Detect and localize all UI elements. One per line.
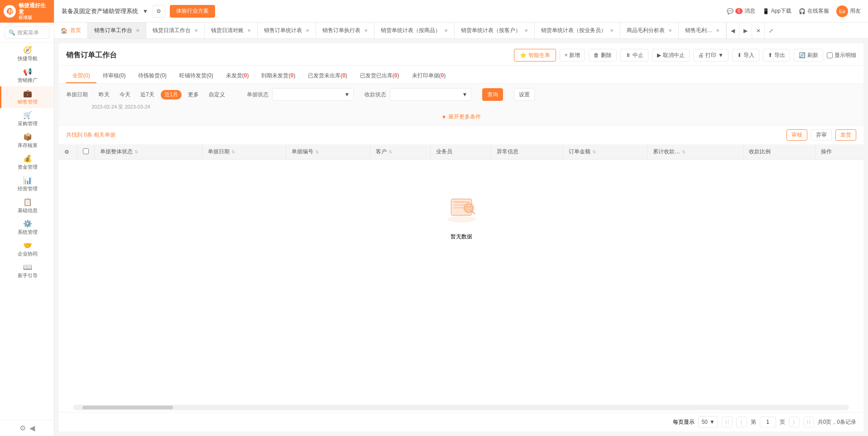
sub-tab-pending-audit[interactable]: 待审核(0) <box>96 69 132 83</box>
topbar-settings-button[interactable]: ⚙ <box>153 5 165 18</box>
deliver-button[interactable]: 发货 <box>835 129 856 141</box>
filter-settings-button[interactable]: 设置 <box>514 88 535 101</box>
th-salesman: 业务员 <box>431 144 491 160</box>
tab-sales-stats-close[interactable]: ✕ <box>306 28 309 33</box>
tab-daily-clear-close[interactable]: ✕ <box>194 28 198 33</box>
tab-shipment-by-product[interactable]: 销货单统计表（按商品） ✕ <box>374 23 455 39</box>
sidebar-item-inventory[interactable]: 📦 库存核算 <box>0 130 54 152</box>
sub-tab-overdue-unshipped[interactable]: 到期未发货(0) <box>255 69 302 83</box>
sort-number[interactable]: 单据编号 ⇅ <box>292 148 364 156</box>
tab-sales-gross[interactable]: 销售毛利… ✕ <box>679 23 726 39</box>
tab-gross-profit[interactable]: 商品毛利分析表 ✕ <box>620 23 679 39</box>
suspend-button[interactable]: ⏸ 中止 <box>620 49 648 62</box>
sidebar-item-finance[interactable]: 💰 资金管理 <box>0 152 54 173</box>
sub-tab-shipped-out[interactable]: 已发货已出库(0) <box>354 69 406 83</box>
tab-shipment-by-salesman[interactable]: 销货单统计表（按业务员） ✕ <box>535 23 620 39</box>
industry-solution-button[interactable]: 体验行业方案 <box>170 5 215 18</box>
tab-sales-stats[interactable]: 销售订单统计表 ✕ <box>258 23 316 39</box>
system-dropdown[interactable]: ▼ <box>143 8 148 14</box>
tab-sales-exec-close[interactable]: ✕ <box>364 28 368 33</box>
shortcut-custom[interactable]: 自定义 <box>205 90 229 100</box>
import-button[interactable]: ⬇ 导入 <box>732 49 759 62</box>
per-page-select[interactable]: 50 ▼ <box>698 416 718 428</box>
query-button[interactable]: 查询 <box>482 88 503 101</box>
sort-order-amount[interactable]: 订单金额 ⇅ <box>569 148 642 156</box>
sort-status[interactable]: 单据整体状态 ⇅ <box>100 148 197 156</box>
shortcut-today[interactable]: 今天 <box>116 90 134 100</box>
sidebar-collapse-icon[interactable]: ◀ <box>29 424 35 432</box>
horizontal-scrollbar[interactable] <box>73 405 849 410</box>
tab-shipment-product-close[interactable]: ✕ <box>444 28 448 33</box>
tab-sales-order-workbench[interactable]: 销售订单工作台 ✕ <box>88 23 146 39</box>
search-menu-button[interactable]: 🔍 搜索菜单 <box>5 26 49 39</box>
sub-tab-unshipped[interactable]: 未发货(0) <box>220 69 255 83</box>
new-button[interactable]: + 新增 <box>560 49 585 62</box>
tab-daily-reconcile-close[interactable]: ✕ <box>247 28 251 33</box>
sidebar-item-system[interactable]: ⚙️ 系统管理 <box>0 217 54 238</box>
tab-daily-reconcile[interactable]: 钱货日清对账 ✕ <box>205 23 258 39</box>
sort-date[interactable]: 单据日期 ⇅ <box>208 148 281 156</box>
sidebar-item-tutorial[interactable]: 📖 新手引导 <box>0 260 54 282</box>
sub-tab-shipped-not-out[interactable]: 已发货未出库(0) <box>302 69 354 83</box>
user-menu[interactable]: Ea 用友 <box>836 5 861 17</box>
last-page-button[interactable]: ⟩⟩ <box>803 417 814 427</box>
tab-shipment-salesman-close[interactable]: ✕ <box>610 28 614 33</box>
shortcut-more[interactable]: 更多 <box>184 90 202 100</box>
tab-gross-profit-close[interactable]: ✕ <box>668 28 672 33</box>
tab-sales-order-close[interactable]: ✕ <box>136 28 139 33</box>
message-button[interactable]: 💬 6 消息 <box>727 7 755 15</box>
tab-shipment-by-customer[interactable]: 销货单统计表（按客户） ✕ <box>455 23 535 39</box>
app-download-button[interactable]: 📱 App下载 <box>762 7 791 15</box>
show-detail-input[interactable] <box>827 52 833 58</box>
tabs-prev-button[interactable]: ◀ <box>726 23 739 39</box>
export-button[interactable]: ⬆ 导出 <box>763 49 790 62</box>
tab-shipment-customer-close[interactable]: ✕ <box>524 28 528 33</box>
sidebar-settings-icon[interactable]: ⚙ <box>19 424 26 432</box>
shortcut-1month[interactable]: 近1月 <box>161 90 182 100</box>
expand-filters-button[interactable]: ▼ 展开更多条件 <box>441 113 481 121</box>
sub-tab-all[interactable]: 全部(0) <box>66 69 96 83</box>
tab-daily-clear-workbench[interactable]: 钱货日清工作台 ✕ <box>146 23 205 39</box>
smart-generate-button[interactable]: ⭐ 智能生单 <box>514 49 556 62</box>
settings-icon[interactable]: ⚙ <box>64 149 69 155</box>
first-page-button[interactable]: ⟨⟨ <box>722 417 733 427</box>
sort-customer[interactable]: 客户 ⇅ <box>376 148 425 156</box>
delete-button[interactable]: 🗑 删除 <box>589 49 617 62</box>
page-input[interactable] <box>760 417 776 427</box>
payment-filter-select[interactable]: ▼ <box>390 88 471 101</box>
shortcut-7days[interactable]: 近7天 <box>137 90 158 100</box>
sidebar-item-sales[interactable]: 💼 销售管理 <box>0 86 54 108</box>
tabs-close-button[interactable]: ✕ <box>752 23 764 39</box>
refresh-button[interactable]: 🔄 刷新 <box>794 49 823 62</box>
tab-sales-exec[interactable]: 销售订单执行表 ✕ <box>316 23 374 39</box>
status-filter-select[interactable]: ▼ <box>272 88 354 101</box>
sidebar-item-marketing[interactable]: 📢 营销推广 <box>0 65 54 86</box>
sub-tab-unprinted[interactable]: 未打印单据(0) <box>406 69 452 83</box>
sidebar-item-basic-info[interactable]: 📋 基础信息 <box>0 195 54 217</box>
sidebar-item-collaboration[interactable]: 🤝 企业协同 <box>0 238 54 260</box>
next-page-button[interactable]: ⟩ <box>789 417 800 427</box>
anti-audit-button[interactable]: 弃审 <box>811 129 832 141</box>
prev-page-button[interactable]: ⟨ <box>736 417 747 427</box>
tabs-next-button[interactable]: ▶ <box>739 23 752 39</box>
sub-tab-wangpu-pending[interactable]: 旺铺待发货(0) <box>173 69 220 83</box>
sidebar-item-purchase[interactable]: 🛒 采购管理 <box>0 108 54 130</box>
table-scroll[interactable]: ⚙ 单据整体状态 ⇅ <box>59 144 863 403</box>
tabs-maximize-button[interactable]: ⤢ <box>764 23 777 39</box>
print-button[interactable]: 🖨 打印 ▼ <box>693 49 729 62</box>
audit-button[interactable]: 审核 <box>786 129 807 141</box>
online-service-button[interactable]: 🎧 在线客服 <box>799 7 829 15</box>
shortcut-yesterday[interactable]: 昨天 <box>95 90 113 100</box>
show-detail-checkbox[interactable]: 显示明细 <box>827 52 856 59</box>
sort-collected[interactable]: 累计收款… ⇅ <box>653 148 738 156</box>
select-all-checkbox[interactable] <box>83 148 89 154</box>
sidebar-item-operations[interactable]: 📊 经营管理 <box>0 173 54 195</box>
cancel-suspend-button[interactable]: ▶ 取消中止 <box>652 49 690 62</box>
scrollbar-thumb[interactable] <box>82 406 173 409</box>
sidebar-item-quick-nav[interactable]: 🧭 快捷导航 <box>0 43 54 65</box>
svg-point-11 <box>469 206 471 208</box>
tab-sales-gross-close[interactable]: ✕ <box>716 28 719 33</box>
sub-tab-pending-pick[interactable]: 待拣验货(0) <box>132 69 173 83</box>
tab-home[interactable]: 🏠 首页 <box>54 23 88 39</box>
page-label: 第 <box>751 418 756 426</box>
